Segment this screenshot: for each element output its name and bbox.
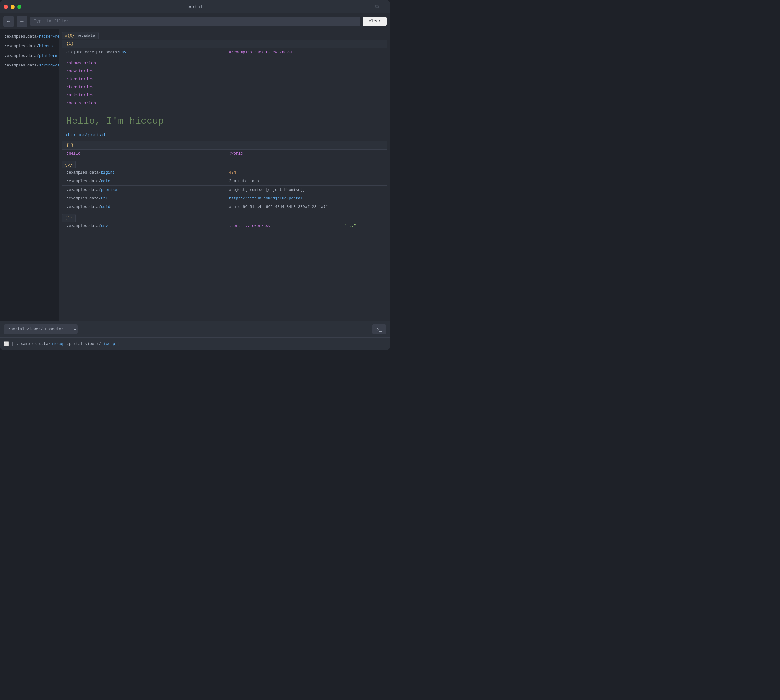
table-row: :examples.data/url https://github.com/dj…	[62, 194, 388, 203]
sidebar-item-string-data[interactable]: :examples.data/string-data	[0, 61, 59, 70]
statusbar-content: [ :examples.data/hiccup :portal.viewer/h…	[12, 342, 120, 346]
sidebar-item-name: string-data	[39, 63, 59, 68]
key-cell: :examples.data/uuid	[62, 203, 225, 212]
value-cell: 42N	[225, 168, 388, 177]
keyword-item: :newstories	[62, 67, 388, 75]
value-cell: 2 minutes ago	[225, 177, 388, 186]
filter-input[interactable]	[30, 17, 360, 26]
sidebar-item-ns: :examples.data/	[5, 35, 39, 39]
traffic-lights	[4, 5, 22, 9]
platform-data-table: :examples.data/bigint 42N :examples.data…	[62, 168, 388, 212]
key-cell: :examples.data/csv	[62, 222, 225, 230]
titlebar: ⧉ ⋮ portal	[0, 0, 390, 13]
platform-collection-header: {5}	[62, 161, 76, 168]
sidebar-item-ns: :examples.data/	[5, 54, 39, 58]
platform-data-section: {5} :examples.data/bigint 42N :examples.…	[62, 161, 388, 212]
keyword-item: :jobstories	[62, 75, 388, 83]
key-cell: :examples.data/url	[62, 194, 225, 203]
key-cell: :hello	[62, 150, 225, 158]
keyword-item: :showstories	[62, 60, 388, 67]
table-row: clojure.core.protocols/nav #'examples.ha…	[62, 48, 388, 57]
main-area: :examples.data/hacker-news :examples.dat…	[0, 29, 390, 321]
clear-button[interactable]: clear	[363, 17, 387, 26]
collection-header: #{6} metadata	[62, 32, 99, 39]
terminal-button[interactable]: >_	[372, 325, 386, 334]
keyword-item: :askstories	[62, 92, 388, 99]
app-title: portal	[188, 5, 203, 9]
string-collection-header: {4}	[62, 214, 76, 222]
hiccup-section: Hello, I'm hiccup djblue/portal {1} :hel…	[62, 109, 388, 158]
sidebar-item-platform-data[interactable]: :examples.data/platform-data	[0, 51, 59, 61]
copy-icon: ⬜	[4, 342, 9, 347]
table-row: :examples.data/promise #object[Promise […	[62, 186, 388, 194]
table-row: :hello :world	[62, 150, 388, 158]
table-row: :examples.data/bigint 42N	[62, 168, 388, 177]
value-cell: #uuid"96a51cc4-a66f-48d4-84b3-339afa23c1…	[225, 203, 388, 212]
value-cell: https://github.com/djblue/portal	[225, 194, 388, 203]
index-label: {1}	[62, 40, 388, 48]
table-row: :examples.data/uuid #uuid"96a51cc4-a66f-…	[62, 203, 388, 212]
string-data-section: {4} :examples.data/csv :portal.viewer/cs…	[62, 214, 388, 230]
table-row: :examples.data/csv :portal.viewer/csv ".…	[62, 222, 388, 230]
table-row: :examples.data/date 2 minutes ago	[62, 177, 388, 186]
sidebar: :examples.data/hacker-news :examples.dat…	[0, 29, 59, 321]
string-data-table: :examples.data/csv :portal.viewer/csv ".…	[62, 222, 388, 230]
value-cell2: "..."	[340, 222, 388, 230]
keywords-list: :showstories :newstories :jobstories :to…	[62, 60, 388, 107]
viewer-bar: :portal.viewer/inspector :portal.viewer/…	[0, 321, 390, 337]
value-cell: #'examples.hacker-news/nav-hn	[225, 48, 388, 57]
value-cell: :world	[225, 150, 388, 158]
puzzle-icon: ⧉	[375, 4, 379, 9]
index-label: {1}	[62, 141, 388, 150]
back-button[interactable]: ←	[3, 16, 14, 27]
minimize-button[interactable]	[10, 5, 15, 9]
hiccup-link[interactable]: djblue/portal	[66, 132, 106, 138]
key-cell: :examples.data/bigint	[62, 168, 225, 177]
key-cell: :examples.data/date	[62, 177, 225, 186]
hacker-news-table: {1} clojure.core.protocols/nav #'example…	[62, 39, 388, 57]
statusbar: ⬜ [ :examples.data/hiccup :portal.viewer…	[0, 337, 390, 350]
key-cell: clojure.core.protocols/nav	[62, 48, 225, 57]
table-row-index: {1}	[62, 40, 388, 48]
keyword-item: :topstories	[62, 83, 388, 91]
sidebar-item-name: platform-data	[39, 54, 59, 58]
sidebar-item-name: hiccup	[39, 44, 53, 48]
key-cell: :examples.data/promise	[62, 186, 225, 194]
value-cell: #object[Promise [object Promise]]	[225, 186, 388, 194]
hiccup-heading: Hello, I'm hiccup	[62, 109, 388, 131]
url-link[interactable]: https://github.com/djblue/portal	[229, 196, 303, 201]
content-panel: #{6} metadata {1} clojure.core.protocols…	[59, 29, 390, 321]
sidebar-item-ns: :examples.data/	[5, 44, 39, 48]
sidebar-item-ns: :examples.data/	[5, 63, 39, 68]
viewer-select[interactable]: :portal.viewer/inspector :portal.viewer/…	[4, 325, 78, 334]
close-button[interactable]	[4, 5, 8, 9]
hacker-news-section: #{6} metadata {1} clojure.core.protocols…	[62, 32, 388, 107]
sidebar-item-hiccup[interactable]: :examples.data/hiccup	[0, 42, 59, 51]
menu-icon: ⋮	[382, 4, 386, 10]
hiccup-table: {1} :hello :world	[62, 141, 388, 158]
sidebar-item-name: hacker-news	[39, 35, 59, 39]
titlebar-right: ⧉ ⋮	[375, 4, 386, 10]
value-cell: :portal.viewer/csv	[225, 222, 340, 230]
keyword-item: :beststories	[62, 99, 388, 107]
navbar: ← → clear	[0, 13, 390, 29]
table-row-index: {1}	[62, 141, 388, 150]
forward-button[interactable]: →	[17, 16, 27, 27]
sidebar-item-hacker-news[interactable]: :examples.data/hacker-news	[0, 32, 59, 42]
fullscreen-button[interactable]	[17, 5, 22, 9]
